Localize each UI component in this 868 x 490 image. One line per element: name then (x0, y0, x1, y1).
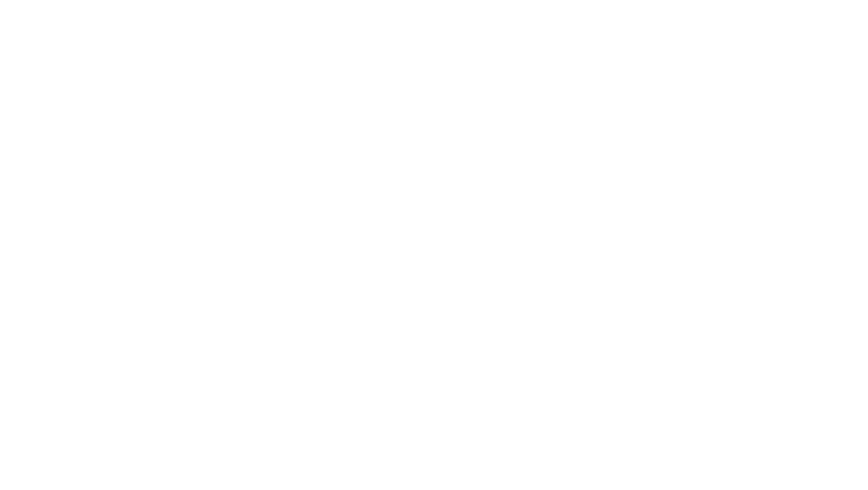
diagram-container (0, 0, 868, 490)
connector-lines (0, 0, 868, 490)
